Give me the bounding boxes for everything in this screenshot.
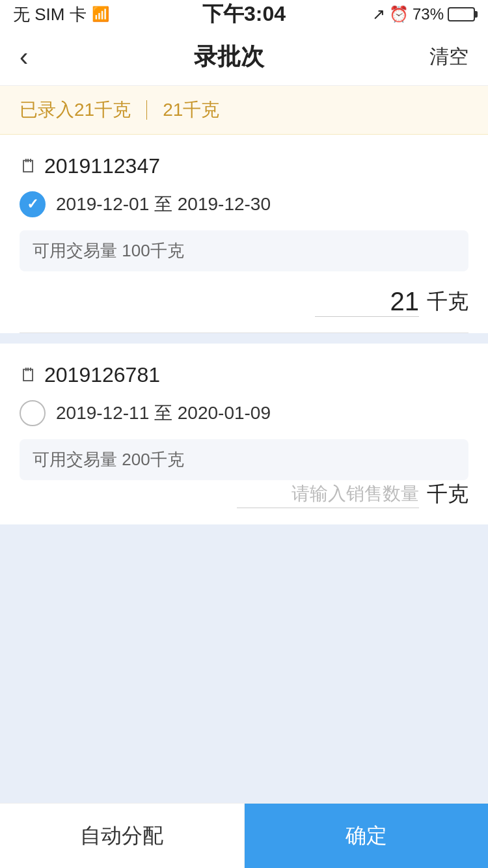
- status-right: ↗ ⏰ 73%: [372, 5, 475, 23]
- batch2-radio[interactable]: [20, 400, 46, 426]
- batch1-date: 2019-12-01 至 2019-12-30: [56, 192, 271, 217]
- clear-button[interactable]: 清空: [429, 44, 468, 70]
- gray-area: [0, 524, 488, 837]
- confirm-button[interactable]: 确定: [245, 804, 489, 868]
- battery-icon: [448, 7, 475, 21]
- batch1-row[interactable]: 2019-12-01 至 2019-12-30: [0, 185, 488, 224]
- batch2-header: 🗒 2019126781: [0, 344, 488, 394]
- batch2-number: 2019126781: [44, 363, 160, 387]
- batch1-icon: 🗒: [20, 156, 38, 177]
- summary-divider: [146, 100, 147, 120]
- auto-distribute-button[interactable]: 自动分配: [0, 804, 245, 868]
- carrier-label: 无 SIM 卡: [13, 3, 87, 26]
- back-button[interactable]: ‹: [20, 42, 28, 72]
- batch1-amount-input[interactable]: [315, 287, 419, 317]
- batch1-header: 🗒 2019112347: [0, 135, 488, 185]
- batch-card-1: 🗒 2019112347 2019-12-01 至 2019-12-30 可用交…: [0, 135, 488, 333]
- batch2-unit: 千克: [427, 480, 468, 509]
- batch2-amount-input[interactable]: [237, 481, 419, 508]
- nav-bar: ‹ 录批次 清空: [0, 29, 488, 86]
- batch1-unit: 千克: [427, 288, 468, 316]
- recorded-label: 已录入21千克: [20, 98, 131, 122]
- batch-card-2: 🗒 2019126781 2019-12-11 至 2020-01-09 可用交…: [0, 344, 488, 524]
- section-separator: [0, 333, 488, 344]
- batch1-radio[interactable]: [20, 191, 46, 217]
- batch2-icon: 🗒: [20, 364, 38, 386]
- batch2-row[interactable]: 2019-12-11 至 2020-01-09: [0, 394, 488, 433]
- batch2-amount-row: 千克: [0, 480, 488, 524]
- batch1-amount-row: 千克: [0, 271, 488, 317]
- batch1-availability: 可用交易量 100千克: [20, 230, 468, 271]
- summary-bar: 已录入21千克 21千克: [0, 86, 488, 135]
- footer: 自动分配 确定: [0, 803, 488, 868]
- batch2-availability: 可用交易量 200千克: [20, 439, 468, 480]
- batch2-date: 2019-12-11 至 2020-01-09: [56, 401, 271, 426]
- alarm-icon: ⏰: [389, 5, 409, 23]
- wifi-icon: 📶: [92, 6, 109, 23]
- location-icon: ↗: [372, 5, 385, 23]
- battery-percent: 73%: [413, 5, 444, 23]
- status-bar: 无 SIM 卡 📶 下午3:04 ↗ ⏰ 73%: [0, 0, 488, 29]
- status-time: 下午3:04: [202, 0, 286, 29]
- status-left: 无 SIM 卡 📶: [13, 3, 109, 26]
- total-label: 21千克: [163, 98, 219, 122]
- batch1-number: 2019112347: [44, 154, 160, 178]
- page-title: 录批次: [194, 41, 264, 73]
